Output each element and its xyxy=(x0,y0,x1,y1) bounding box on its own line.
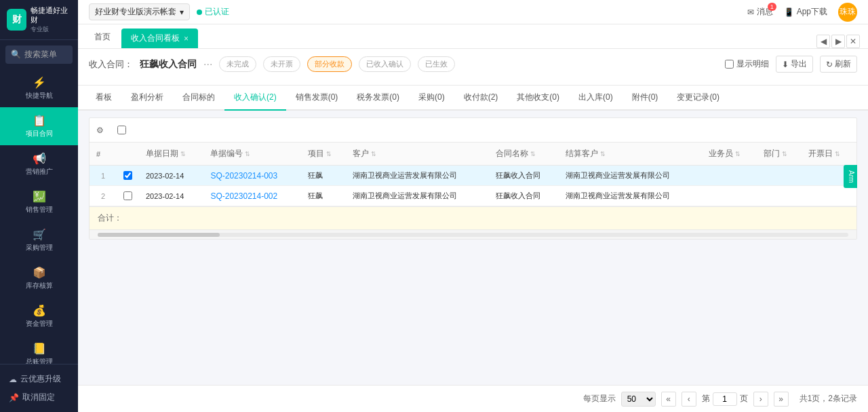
search-menu-button[interactable]: 🔍 搜索菜单 xyxy=(5,45,73,64)
sidebar-item-general[interactable]: 📒 总账管理 xyxy=(0,335,78,364)
sidebar-search-area: 🔍 搜索菜单 xyxy=(0,40,78,69)
status-noinvoice[interactable]: 未开票 xyxy=(263,56,300,72)
marketing-label: 营销推广 xyxy=(26,167,53,176)
arm-float-button[interactable]: Arm xyxy=(844,165,857,188)
subtab-看板[interactable]: 看板 xyxy=(86,86,121,111)
sidebar-item-marketing[interactable]: 📢 营销推广 xyxy=(0,145,78,183)
status-confirmed[interactable]: 已收入确认 xyxy=(359,56,411,72)
subtab-附件[interactable]: 附件(0) xyxy=(623,86,668,111)
contract-header-row: 收入合同： 狂飙收入合同 ··· 未完成 未开票 部分收款 已收入确认 已生效 … xyxy=(89,56,857,73)
data-table: # 单据日期⇅ 单据编号⇅ 项目⇅ 客户⇅ 合同名称⇅ 结算客户⇅ 业务员⇅ 部… xyxy=(90,143,856,206)
sort-invoice-date-icon: ⇅ xyxy=(835,151,840,157)
sidebar-logo: 财 畅捷通好业财 专业版 xyxy=(0,0,78,40)
contract-actions: 显示明细 ⬇ 导出 ↻ 刷新 xyxy=(725,56,857,73)
col-settle-customer[interactable]: 结算客户⇅ xyxy=(559,143,701,166)
tab-close-all-button[interactable]: ✕ xyxy=(846,35,860,48)
sort-customer-icon: ⇅ xyxy=(371,151,376,157)
sidebar-item-quicknav[interactable]: ⚡ 快捷导航 xyxy=(0,69,78,107)
col-salesperson-label: 业务员 xyxy=(709,148,733,160)
tab-close-button[interactable]: × xyxy=(184,34,189,43)
show-detail-checkbox[interactable] xyxy=(725,60,734,69)
project-icon: 📋 xyxy=(33,114,46,127)
subtab-盈利分析[interactable]: 盈利分析 xyxy=(121,86,173,111)
status-uncomplete[interactable]: 未完成 xyxy=(219,56,256,72)
tab-home[interactable]: 首页 xyxy=(86,27,119,48)
table-area: ⚙ # 单据日期⇅ 单据编号⇅ 项目⇅ 客户⇅ 合同名称⇅ 结算客户 xyxy=(89,117,857,240)
quicknav-icon: ⚡ xyxy=(33,76,46,89)
col-dept[interactable]: 部门⇅ xyxy=(757,143,802,166)
company-dropdown-icon: ▾ xyxy=(180,7,184,17)
subtab-收入确认[interactable]: 收入确认(2) xyxy=(224,86,286,111)
company-selector[interactable]: 好业财专业版演示帐套 ▾ xyxy=(89,3,190,20)
col-dept-label: 部门 xyxy=(764,148,780,160)
table-row[interactable]: 2 2023-02-14 SQ-20230214-002 狂飙 湖南卫视商业运营… xyxy=(90,186,856,206)
col-salesperson[interactable]: 业务员⇅ xyxy=(702,143,757,166)
col-customer[interactable]: 客户⇅ xyxy=(346,143,488,166)
page-total: 共1页，2条记录 xyxy=(800,393,857,405)
sidebar-unpin-btn[interactable]: 📌 取消固定 xyxy=(5,388,73,407)
subtab-变更记录[interactable]: 变更记录(0) xyxy=(667,86,729,111)
col-contract-name[interactable]: 合同名称⇅ xyxy=(489,143,559,166)
scroll-bar-track[interactable] xyxy=(98,233,848,237)
user-avatar[interactable]: 珠珠 xyxy=(838,3,857,22)
status-partial[interactable]: 部分收款 xyxy=(307,56,352,72)
tab-contract-board[interactable]: 收入合同看板 × xyxy=(121,29,198,48)
cell-code[interactable]: SQ-20230214-003 xyxy=(203,166,300,186)
subtab-合同标的[interactable]: 合同标的 xyxy=(173,86,224,111)
inventory-icon: 📦 xyxy=(33,266,46,279)
prev-page-button[interactable]: ‹ xyxy=(682,392,696,407)
col-code[interactable]: 单据编号⇅ xyxy=(203,143,300,166)
show-detail-checkbox-label[interactable]: 显示明细 xyxy=(725,58,769,70)
status-active[interactable]: 已生效 xyxy=(418,56,455,72)
cell-checkbox[interactable] xyxy=(117,186,139,206)
refresh-button[interactable]: ↻ 刷新 xyxy=(820,56,857,73)
last-page-button[interactable]: » xyxy=(774,392,789,407)
col-date[interactable]: 单据日期⇅ xyxy=(139,143,203,166)
subtab-销售发票[interactable]: 销售发票(0) xyxy=(286,86,348,111)
export-button[interactable]: ⬇ 导出 xyxy=(776,56,813,73)
table-row[interactable]: 1 2023-02-14 SQ-20230214-003 狂飙 湖南卫视商业运营… xyxy=(90,166,856,186)
subtab-出入库[interactable]: 出入库(0) xyxy=(569,86,623,111)
subtab-其他收支[interactable]: 其他收支(0) xyxy=(507,86,569,111)
app-download-button[interactable]: 📱 App下载 xyxy=(784,6,827,18)
sidebar-item-purchase[interactable]: 🛒 采购管理 xyxy=(0,221,78,259)
first-page-button[interactable]: « xyxy=(661,392,676,407)
total-label: 合计： xyxy=(98,213,122,223)
company-name: 好业财专业版演示帐套 xyxy=(95,6,176,18)
sidebar-upgrade-btn[interactable]: ☁ 云优惠升级 xyxy=(5,370,73,388)
contract-more-button[interactable]: ··· xyxy=(203,58,212,71)
logo-icon: 财 xyxy=(7,9,26,31)
sidebar-item-funds[interactable]: 💰 资金管理 xyxy=(0,297,78,335)
unpin-label: 取消固定 xyxy=(22,392,55,403)
sidebar-item-inventory[interactable]: 📦 库存核算 xyxy=(0,259,78,297)
message-button[interactable]: ✉ 消息 1 xyxy=(747,6,773,18)
sidebar-bottom: ☁ 云优惠升级 📌 取消固定 xyxy=(0,364,78,412)
select-all-checkbox[interactable] xyxy=(117,126,126,134)
tab-next-button[interactable]: ▶ xyxy=(831,35,845,48)
refresh-icon: ↻ xyxy=(826,60,833,69)
cell-contract-name: 狂飙收入合同 xyxy=(489,186,559,206)
col-invoice-date[interactable]: 开票日⇅ xyxy=(802,143,856,166)
scroll-bar-thumb[interactable] xyxy=(98,233,220,237)
scroll-bar-area xyxy=(90,229,856,239)
col-project[interactable]: 项目⇅ xyxy=(301,143,346,166)
sidebar-item-project[interactable]: 📋 项目合同 xyxy=(0,107,78,145)
cell-code[interactable]: SQ-20230214-002 xyxy=(203,186,300,206)
tab-prev-button[interactable]: ◀ xyxy=(816,35,830,48)
subtab-收付款[interactable]: 收付款(2) xyxy=(454,86,508,111)
settings-icon[interactable]: ⚙ xyxy=(96,126,104,135)
page-size-select[interactable]: 50 20 100 xyxy=(621,392,656,407)
page-input[interactable] xyxy=(713,392,737,406)
col-checkbox xyxy=(117,143,139,166)
col-customer-label: 客户 xyxy=(353,148,369,160)
funds-icon: 💰 xyxy=(33,304,46,317)
cell-checkbox[interactable] xyxy=(117,166,139,186)
topbar: 好业财专业版演示帐套 ▾ 已认证 ✉ 消息 1 📱 App下载 珠珠 xyxy=(78,0,868,24)
general-icon: 📒 xyxy=(33,342,46,355)
sidebar-item-sales[interactable]: 💹 销售管理 xyxy=(0,183,78,221)
cell-customer: 湖南卫视商业运营发展有限公司 xyxy=(346,166,488,186)
subtab-税务发票[interactable]: 税务发票(0) xyxy=(347,86,409,111)
cell-dept xyxy=(757,166,802,186)
next-page-button[interactable]: › xyxy=(753,392,768,407)
subtab-采购[interactable]: 采购(0) xyxy=(409,86,454,111)
